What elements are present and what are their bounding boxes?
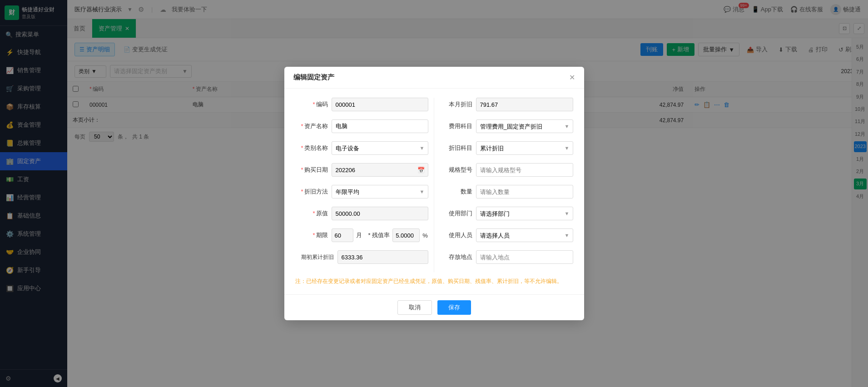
original-value-input[interactable] xyxy=(332,207,428,220)
code-label: *编码 xyxy=(295,100,328,109)
person-select-wrap: 请选择人员 ▼ xyxy=(476,228,573,242)
form-row-monthly-depreciation: 本月折旧 xyxy=(440,98,573,111)
depreciation-subject-label: 折旧科目 xyxy=(440,144,472,152)
category-label: *类别名称 xyxy=(295,144,328,152)
form-row-department: 使用部门 请选择部门 ▼ xyxy=(440,207,573,220)
form-row-depreciation-subject: 折旧科目 累计折旧 ▼ xyxy=(440,141,573,155)
modal-header: 编辑固定资产 ✕ xyxy=(284,67,584,89)
form-row-spec: 规格型号 xyxy=(440,163,573,177)
initial-depreciation-input[interactable] xyxy=(337,250,428,264)
period-label: *期限 xyxy=(295,231,328,239)
depreciation-subject-select[interactable]: 累计折旧 xyxy=(476,141,573,155)
modal-overlay: 编辑固定资产 ✕ *编码 *资产名称 *类别名称 xyxy=(0,0,868,387)
depreciation-method-label: *折旧方法 xyxy=(295,188,328,196)
department-select[interactable]: 请选择部门 xyxy=(476,207,573,220)
purchase-date-field: 📅 xyxy=(332,163,428,177)
form-row-expense-subject: 费用科目 管理费用_固定资产折旧 ▼ xyxy=(440,119,573,133)
residual-rate-label: * 残值率 xyxy=(368,231,390,239)
department-label: 使用部门 xyxy=(440,209,472,218)
form-row-initial-depreciation: 期初累计折旧 xyxy=(295,250,428,264)
form-grid: *编码 *资产名称 *类别名称 电子设备 ▼ xyxy=(295,98,573,272)
form-row-person: 使用人员 请选择人员 ▼ xyxy=(440,228,573,242)
edit-asset-modal: 编辑固定资产 ✕ *编码 *资产名称 *类别名称 xyxy=(284,67,584,320)
location-label: 存放地点 xyxy=(440,253,472,261)
person-label: 使用人员 xyxy=(440,231,472,239)
form-row-asset-name: *资产名称 xyxy=(295,119,428,133)
category-select-wrap: 电子设备 ▼ xyxy=(332,141,428,155)
depreciation-method-select-wrap: 年限平均 ▼ xyxy=(332,185,428,198)
expense-subject-wrap: 管理费用_固定资产折旧 ▼ xyxy=(476,119,573,133)
form-row-code: *编码 xyxy=(295,98,428,111)
purchase-date-label: *购买日期 xyxy=(295,166,328,174)
expense-subject-label: 费用科目 xyxy=(440,122,472,130)
period-input[interactable] xyxy=(332,228,353,242)
modal-title: 编辑固定资产 xyxy=(293,73,334,82)
pct-label: % xyxy=(422,232,428,239)
form-row-category: *类别名称 电子设备 ▼ xyxy=(295,141,428,155)
form-col-right: 本月折旧 费用科目 管理费用_固定资产折旧 ▼ 折旧科目 xyxy=(434,98,573,272)
quantity-label: 数量 xyxy=(440,188,472,196)
asset-name-label: *资产名称 xyxy=(295,122,328,130)
period-unit-label: 月 xyxy=(356,231,362,239)
asset-name-input[interactable] xyxy=(332,119,428,133)
calendar-icon[interactable]: 📅 xyxy=(417,167,425,174)
modal-footer: 取消 保存 xyxy=(284,294,584,320)
spec-label: 规格型号 xyxy=(440,166,472,174)
location-input[interactable] xyxy=(476,250,573,264)
expense-subject-select[interactable]: 管理费用_固定资产折旧 xyxy=(476,119,573,133)
modal-close-button[interactable]: ✕ xyxy=(569,73,575,82)
quantity-input[interactable] xyxy=(476,185,573,198)
person-select[interactable]: 请选择人员 xyxy=(476,228,573,242)
form-row-purchase-date: *购买日期 📅 xyxy=(295,163,428,177)
cancel-button[interactable]: 取消 xyxy=(397,300,432,315)
purchase-date-input[interactable] xyxy=(332,163,428,177)
spec-input[interactable] xyxy=(476,163,573,177)
form-row-period: *期限 月 * 残值率 % xyxy=(295,228,428,242)
form-row-original-value: *原值 xyxy=(295,207,428,220)
save-button[interactable]: 保存 xyxy=(437,300,471,315)
monthly-depreciation-input xyxy=(476,98,573,111)
form-row-depreciation-method: *折旧方法 年限平均 ▼ xyxy=(295,185,428,198)
period-inline: 月 * 残值率 % xyxy=(332,228,428,242)
code-input[interactable] xyxy=(332,98,428,111)
monthly-depreciation-label: 本月折旧 xyxy=(440,100,472,109)
residual-rate-input[interactable] xyxy=(392,228,420,242)
form-col-left: *编码 *资产名称 *类别名称 电子设备 ▼ xyxy=(295,98,434,272)
modal-body: *编码 *资产名称 *类别名称 电子设备 ▼ xyxy=(284,89,584,294)
original-value-label: *原值 xyxy=(295,209,328,218)
form-row-location: 存放地点 xyxy=(440,250,573,264)
depreciation-subject-wrap: 累计折旧 ▼ xyxy=(476,141,573,155)
depreciation-method-select[interactable]: 年限平均 xyxy=(332,185,428,198)
modal-note: 注：已经存在变更记录或者对应固定资产已经生成凭证，原值、购买日期、残值率、累计折… xyxy=(295,274,573,285)
initial-depreciation-label: 期初累计折旧 xyxy=(295,253,334,261)
category-select[interactable]: 电子设备 xyxy=(332,141,428,155)
form-row-quantity: 数量 xyxy=(440,185,573,198)
department-select-wrap: 请选择部门 ▼ xyxy=(476,207,573,220)
